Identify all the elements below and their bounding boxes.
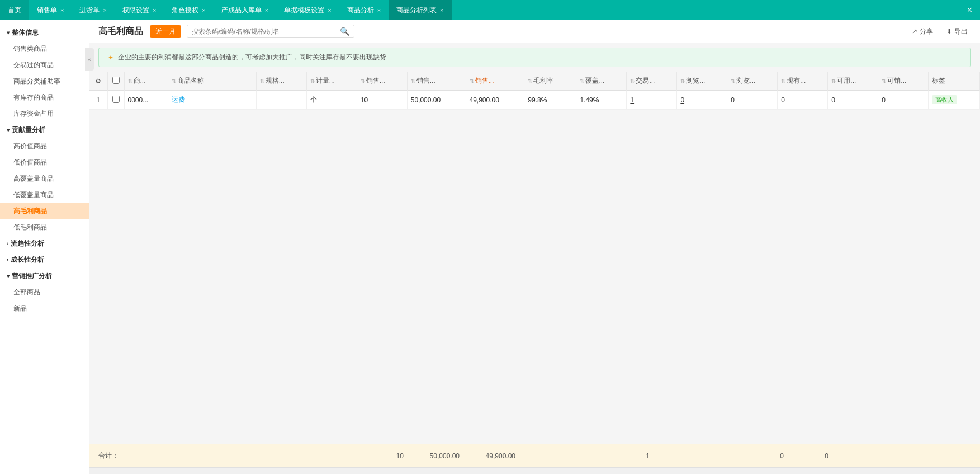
nav-item-product-analysis[interactable]: 商品分析 × bbox=[339, 0, 389, 20]
sidebar-item-all-goods[interactable]: 全部商品 bbox=[0, 284, 89, 301]
nav-item-product-inbound[interactable]: 产成品入库单 × bbox=[214, 0, 276, 20]
th-code[interactable]: ⇅商... bbox=[124, 72, 168, 91]
close-icon[interactable]: × bbox=[153, 7, 156, 13]
close-all-button[interactable]: × bbox=[959, 0, 980, 20]
nav-item-product-analysis-list[interactable]: 商品分析列表 × bbox=[389, 0, 451, 20]
th-views2[interactable]: ⇅浏览... bbox=[727, 72, 778, 91]
footer-views1 bbox=[655, 452, 700, 460]
content-area: 高毛利商品 近一月 🔍 ↗ 分享 ⬇ 导出 ✦ 企业的主要的利润都是这部分商品创… bbox=[89, 20, 980, 474]
close-icon[interactable]: × bbox=[377, 7, 381, 13]
footer-sales-profit: 49,900.00 bbox=[465, 452, 521, 460]
sort-icon: ⇅ bbox=[172, 78, 176, 84]
row-sellable: 0 bbox=[878, 91, 929, 110]
data-table: ⚙ ⇅商... ⇅商品名称 ⇅规格... ⇅计量... ⇅销售... ⇅销售..… bbox=[89, 72, 980, 110]
th-settings[interactable]: ⚙ bbox=[89, 72, 107, 91]
expand-icon: ▾ bbox=[7, 273, 10, 279]
footer-label: 合计： bbox=[98, 451, 119, 461]
th-spec[interactable]: ⇅规格... bbox=[256, 72, 306, 91]
close-icon[interactable]: × bbox=[265, 7, 268, 13]
row-unit: 个 bbox=[306, 91, 357, 110]
close-icon[interactable]: × bbox=[103, 7, 106, 13]
sidebar-item-sales-goods[interactable]: 销售类商品 bbox=[0, 41, 89, 57]
share-icon: ↗ bbox=[912, 27, 917, 35]
row-views1: 0 bbox=[677, 91, 727, 110]
sidebar-item-low-value[interactable]: 低价值商品 bbox=[0, 154, 89, 171]
share-button[interactable]: ↗ 分享 bbox=[908, 25, 936, 38]
row-views2: 0 bbox=[727, 91, 778, 110]
sidebar-group-growth[interactable]: › 成长性分析 bbox=[0, 252, 89, 268]
close-icon[interactable]: × bbox=[202, 7, 205, 13]
th-available-stock[interactable]: ⇅可用... bbox=[828, 72, 878, 91]
sidebar-item-low-margin[interactable]: 低毛利商品 bbox=[0, 219, 89, 236]
th-views1[interactable]: ⇅浏览... bbox=[677, 72, 727, 91]
select-all-checkbox[interactable] bbox=[112, 77, 120, 84]
th-name[interactable]: ⇅商品名称 bbox=[168, 72, 256, 91]
footer-totals: 合计： 10 50,000.00 49,900.00 1 0 0 bbox=[89, 444, 980, 467]
footer-current-stock: 0 bbox=[745, 452, 789, 460]
sidebar-item-category-rate[interactable]: 商品分类辅助率 bbox=[0, 73, 89, 90]
nav-item-home[interactable]: 首页 bbox=[0, 0, 29, 20]
info-banner: ✦ 企业的主要的利润都是这部分商品创造的，可考虑加大推广，同时关注库存是不要出现… bbox=[98, 48, 971, 67]
th-sellable[interactable]: ⇅可销... bbox=[878, 72, 929, 91]
th-current-stock[interactable]: ⇅现有... bbox=[778, 72, 828, 91]
sidebar-collapse-button[interactable]: « bbox=[85, 48, 94, 71]
page-title: 高毛利商品 bbox=[98, 26, 143, 37]
sort-icon: ⇅ bbox=[470, 78, 474, 84]
row-checkbox[interactable] bbox=[107, 91, 124, 110]
sidebar-group-overall[interactable]: ▾ 整体信息 bbox=[0, 25, 89, 41]
export-button[interactable]: ⬇ 导出 bbox=[943, 25, 971, 38]
sidebar-group-trend[interactable]: › 流趋性分析 bbox=[0, 236, 89, 252]
sidebar-item-high-coverage[interactable]: 高覆盖量商品 bbox=[0, 171, 89, 187]
sidebar-group-marketing[interactable]: ▾ 营销推广分析 bbox=[0, 268, 89, 284]
footer-values: 10 50,000.00 49,900.00 1 0 0 bbox=[353, 452, 834, 460]
sidebar-item-low-coverage[interactable]: 低覆盖量商品 bbox=[0, 187, 89, 203]
data-table-container[interactable]: ⚙ ⇅商... ⇅商品名称 ⇅规格... ⇅计量... ⇅销售... ⇅销售..… bbox=[89, 72, 980, 444]
sidebar-item-stock-capital[interactable]: 库存资金占用 bbox=[0, 106, 89, 122]
table-header-row: ⚙ ⇅商... ⇅商品名称 ⇅规格... ⇅计量... ⇅销售... ⇅销售..… bbox=[89, 72, 980, 91]
close-icon[interactable]: × bbox=[328, 7, 331, 13]
sidebar-item-new-goods[interactable]: 新品 bbox=[0, 301, 89, 317]
th-sales-profit[interactable]: ⇅销售... bbox=[466, 72, 524, 91]
sort-icon: ⇅ bbox=[580, 78, 584, 84]
row-current-stock: 0 bbox=[778, 91, 828, 110]
sidebar-group-contribution[interactable]: ▾ 贡献量分析 bbox=[0, 122, 89, 138]
row-name[interactable]: 运费 bbox=[168, 91, 256, 110]
nav-item-roles[interactable]: 角色授权 × bbox=[164, 0, 213, 20]
table-row: 1 0000... 运费 个 10 50,000.00 49,900.00 99… bbox=[89, 91, 980, 110]
sidebar-item-high-margin[interactable]: 高毛利商品 bbox=[0, 203, 89, 219]
nav-item-template[interactable]: 单据模板设置 × bbox=[276, 0, 339, 20]
sort-icon: ⇅ bbox=[831, 78, 836, 84]
nav-item-purchase[interactable]: 进货单 × bbox=[72, 0, 114, 20]
period-button[interactable]: 近一月 bbox=[150, 25, 181, 38]
close-icon[interactable]: × bbox=[60, 7, 64, 13]
horizontal-scrollbar[interactable] bbox=[89, 467, 980, 474]
expand-icon: ▾ bbox=[7, 30, 10, 36]
th-sales-qty[interactable]: ⇅销售... bbox=[357, 72, 407, 91]
th-unit[interactable]: ⇅计量... bbox=[306, 72, 357, 91]
close-icon[interactable]: × bbox=[440, 7, 443, 13]
th-coverage[interactable]: ⇅覆盖... bbox=[576, 72, 627, 91]
th-tag[interactable]: 标签 bbox=[929, 72, 980, 91]
row-available-stock: 0 bbox=[828, 91, 878, 110]
row-num: 1 bbox=[89, 91, 107, 110]
sidebar-item-traded-goods[interactable]: 交易过的商品 bbox=[0, 57, 89, 73]
th-gross-margin[interactable]: ⇅毛利率 bbox=[524, 72, 576, 91]
nav-item-sales[interactable]: 销售单 × bbox=[29, 0, 72, 20]
footer-gross-margin bbox=[521, 452, 566, 460]
main-layout: ▾ 整体信息 销售类商品 交易过的商品 商品分类辅助率 有库存的商品 库存资金占… bbox=[0, 20, 980, 474]
row-select-checkbox[interactable] bbox=[112, 96, 120, 103]
sidebar-item-high-value[interactable]: 高价值商品 bbox=[0, 138, 89, 154]
th-transaction[interactable]: ⇅交易... bbox=[627, 72, 677, 91]
row-code: 0000... bbox=[124, 91, 168, 110]
row-transaction: 1 bbox=[627, 91, 677, 110]
info-icon: ✦ bbox=[108, 54, 113, 62]
row-sales-amount: 50,000.00 bbox=[407, 91, 466, 110]
nav-item-permissions[interactable]: 权限设置 × bbox=[115, 0, 164, 20]
search-input[interactable] bbox=[192, 27, 340, 35]
search-icon[interactable]: 🔍 bbox=[340, 27, 349, 36]
sidebar-item-stocked-goods[interactable]: 有库存的商品 bbox=[0, 90, 89, 106]
th-sales-amount[interactable]: ⇅销售... bbox=[407, 72, 466, 91]
th-checkbox[interactable] bbox=[107, 72, 124, 91]
sort-icon: ⇅ bbox=[411, 78, 415, 84]
footer-coverage bbox=[566, 452, 610, 460]
